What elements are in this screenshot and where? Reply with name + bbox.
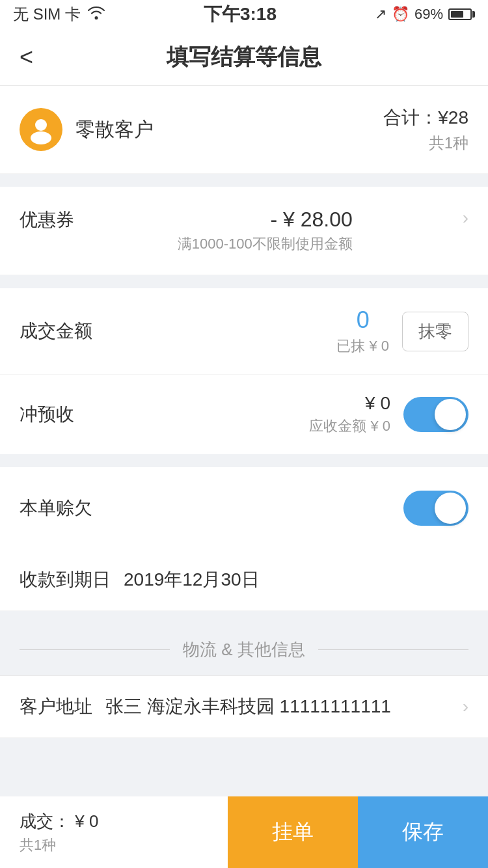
address-chevron: › — [463, 696, 468, 717]
bottom-bar: 成交： ¥ 0 共1种 挂单 保存 — [0, 796, 488, 868]
prepay-amount: ¥ 0 — [309, 393, 390, 414]
arrears-toggle-knob — [435, 493, 466, 524]
coupon-chevron: › — [463, 208, 468, 228]
customer-total: 合计：¥28 共1种 — [383, 105, 468, 154]
nav-bar: < 填写结算等信息 — [0, 29, 488, 86]
customer-avatar — [20, 108, 62, 151]
status-right: ↗ ⏰ 69% — [375, 6, 475, 23]
total-count: 共1种 — [383, 133, 468, 154]
coupon-label: 优惠券 — [20, 208, 74, 232]
logistics-title: 物流 & 其他信息 — [183, 638, 305, 661]
logistics-header: 物流 & 其他信息 — [0, 624, 488, 675]
svg-point-0 — [35, 119, 47, 131]
bottom-summary: 成交： ¥ 0 共1种 — [0, 810, 228, 855]
divider-3 — [0, 454, 488, 467]
hangup-button[interactable]: 挂单 — [228, 796, 358, 868]
total-amount: 合计：¥28 — [383, 105, 468, 130]
status-time: 下午3:18 — [204, 2, 277, 27]
svg-point-1 — [31, 131, 51, 144]
prepay-amounts: ¥ 0 应收金额 ¥ 0 — [309, 393, 390, 436]
due-date-label: 收款到期日 — [20, 567, 111, 592]
transaction-col: 0 已抹 ¥ 0 — [336, 306, 389, 356]
due-date-value: 2019年12月30日 — [124, 567, 260, 592]
battery-percent: 69% — [414, 6, 443, 23]
deal-label: 成交： — [20, 811, 70, 831]
prepay-row: 冲预收 ¥ 0 应收金额 ¥ 0 — [0, 375, 488, 454]
content-area: 零散客户 合计：¥28 共1种 优惠券 - ¥ 28.00 满1000-100不… — [0, 86, 488, 868]
divider-1 — [0, 174, 488, 187]
transaction-label: 成交金额 — [20, 319, 92, 344]
prepay-right: ¥ 0 应收金额 ¥ 0 — [309, 393, 468, 436]
back-button[interactable]: < — [20, 44, 33, 71]
save-button[interactable]: 保存 — [358, 796, 488, 868]
coupon-amount: - ¥ 28.00 — [178, 208, 353, 232]
logistics-line-right — [318, 649, 468, 650]
alarm-icon: ⏰ — [392, 6, 409, 23]
arrears-row: 本单赊欠 — [0, 467, 488, 549]
battery-icon — [448, 8, 475, 20]
transaction-value: 0 — [336, 306, 389, 334]
coupon-right: - ¥ 28.00 满1000-100不限制使用金额 — [178, 208, 353, 254]
arrears-label: 本单赊欠 — [20, 496, 92, 521]
transaction-row: 成交金额 0 已抹 ¥ 0 抹零 — [0, 288, 488, 375]
arrears-toggle[interactable] — [403, 491, 468, 526]
toggle-knob — [435, 399, 466, 430]
customer-row: 零散客户 合计：¥28 共1种 — [0, 86, 488, 174]
deal-amount: ¥ 0 — [75, 811, 98, 831]
page-title: 填写结算等信息 — [167, 42, 321, 72]
address-value: 张三 海淀永丰科技园 11111111111 — [105, 694, 456, 719]
due-date-row: 收款到期日 2019年12月30日 — [0, 549, 488, 611]
bottom-deal: 成交： ¥ 0 — [20, 810, 208, 833]
carrier-text: 无 SIM 卡 — [13, 4, 81, 25]
address-label: 客户地址 — [20, 694, 92, 719]
roundoff-button[interactable]: 抹零 — [402, 312, 468, 351]
already-rounded: 已抹 ¥ 0 — [336, 336, 389, 356]
coupon-row[interactable]: 优惠券 - ¥ 28.00 满1000-100不限制使用金额 › — [0, 187, 488, 275]
status-bar: 无 SIM 卡 下午3:18 ↗ ⏰ 69% — [0, 0, 488, 29]
logistics-line-left — [20, 649, 170, 650]
coupon-desc: 满1000-100不限制使用金额 — [178, 234, 353, 254]
divider-4 — [0, 611, 488, 624]
prepay-label: 冲预收 — [20, 402, 74, 427]
prepay-receivable: 应收金额 ¥ 0 — [309, 416, 390, 436]
customer-info: 零散客户 — [20, 108, 154, 151]
transaction-right: 0 已抹 ¥ 0 抹零 — [336, 306, 468, 356]
wifi-icon — [87, 5, 105, 23]
customer-name: 零散客户 — [75, 116, 154, 143]
divider-2 — [0, 275, 488, 288]
status-left: 无 SIM 卡 — [13, 4, 105, 25]
address-row[interactable]: 客户地址 张三 海淀永丰科技园 11111111111 › — [0, 676, 488, 738]
location-icon: ↗ — [375, 6, 386, 23]
bottom-count: 共1种 — [20, 835, 208, 855]
prepay-toggle[interactable] — [403, 397, 468, 432]
